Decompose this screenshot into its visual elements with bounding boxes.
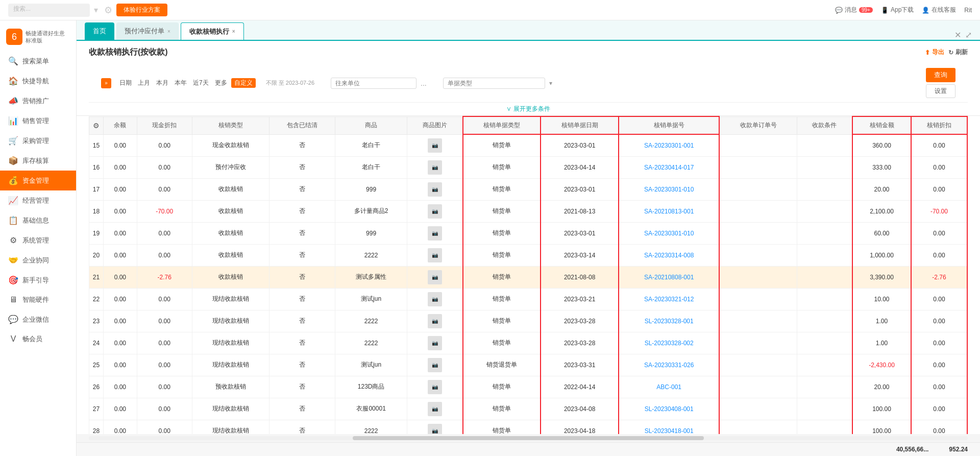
sidebar-item-finance[interactable]: 💰 资金管理 [0,171,76,190]
settings-icon[interactable]: ⚙ [104,5,112,16]
msg-area[interactable]: 💬 消息 99+ [835,6,873,14]
sidebar-item-search[interactable]: 🔍 搜索菜单 [0,51,76,71]
sidebar-item-member[interactable]: V 畅会员 [0,329,76,349]
tab-home[interactable]: 首页 [85,22,114,40]
cell-verify-bill-no[interactable]: SA-20230331-026 [619,354,720,376]
date-last-month-btn[interactable]: 上月 [136,78,152,88]
cell-verify-bill-no[interactable]: SA-20230301-010 [619,178,720,200]
cell-verify-bill-no[interactable]: SA-20230321-012 [619,288,720,310]
cell-goods-image: 📷 [407,134,463,156]
sidebar-item-hardware[interactable]: 🖥 智能硬件 [0,290,76,309]
verify-bill-link[interactable]: SA-20230321-012 [644,296,694,303]
cell-cash-discount: 0.00 [137,134,192,156]
verify-bill-link[interactable]: SA-20230301-001 [644,142,694,149]
date-this-month-btn[interactable]: 本月 [154,78,170,88]
close-window-icon[interactable]: ✕ [954,30,961,40]
cell-receipt-order-no [719,332,797,354]
sidebar-item-guide[interactable]: 🎯 新手引导 [0,270,76,290]
finance-icon: 💰 [8,176,18,185]
tab-verify-close[interactable]: × [232,29,235,34]
cell-verify-bill-type: 销货单 [463,376,541,398]
online-service[interactable]: 👤 在线客服 [922,6,956,14]
download-icon: 📱 [881,7,889,14]
verify-bill-link[interactable]: SA-20210813-001 [644,208,694,215]
user-name[interactable]: Rit [964,7,972,14]
counterpart-input[interactable] [331,78,416,89]
msg-badge: 99+ [859,7,873,13]
query-btn[interactable]: 查询 [926,68,955,82]
cell-cash-discount: 0.00 [137,376,192,398]
verify-bill-link[interactable]: SA-20230414-017 [644,164,694,171]
cell-verify-bill-no[interactable]: SA-20230301-001 [619,134,720,156]
table-container[interactable]: ⚙ 余额 现金折扣 核销类型 包含已结清 商品 商品图片 核销单据类型 核销单据… [77,116,980,434]
verify-bill-link[interactable]: SA-20210808-001 [644,274,694,281]
table-header: ⚙ 余额 现金折扣 核销类型 包含已结清 商品 商品图片 核销单据类型 核销单据… [89,116,968,134]
verify-bill-link[interactable]: SL-20230328-002 [645,340,694,347]
cell-verify-bill-no[interactable]: SL-20230328-001 [619,310,720,332]
cell-included-cleared: 否 [269,134,335,156]
verify-bill-link[interactable]: SA-20230301-010 [644,186,694,193]
verify-bill-link[interactable]: ABC-001 [656,383,681,391]
sidebar-item-marketing[interactable]: 📣 营销推广 [0,91,76,111]
cell-verify-bill-no[interactable]: SA-20210813-001 [619,200,720,222]
cell-verify-amount: 333.00 [852,156,911,178]
th-settings[interactable]: ⚙ [89,116,104,134]
cell-goods: 测试jun [335,354,407,376]
verify-bill-link[interactable]: SA-20230331-026 [644,362,694,369]
sidebar-item-system[interactable]: ⚙ 系统管理 [0,230,76,250]
cell-verify-amount: 100.00 [852,398,911,420]
sidebar-item-nav[interactable]: 🏠 快捷导航 [0,71,76,91]
order-type-input[interactable] [443,78,545,89]
cell-verify-bill-no[interactable]: SA-20210808-001 [619,266,720,288]
verify-bill-link[interactable]: SL-20230408-001 [645,405,694,413]
settings-btn[interactable]: 设置 [926,84,955,98]
cell-verify-bill-no[interactable]: SA-20230414-017 [619,156,720,178]
cell-included-cleared: 否 [269,266,335,288]
tab-verify[interactable]: 收款核销执行 × [181,22,244,40]
cell-verify-bill-no[interactable]: SL-20230408-001 [619,398,720,420]
refresh-btn[interactable]: ↻ 刷新 [948,48,968,57]
sidebar-item-basics[interactable]: 📋 基础信息 [0,210,76,230]
sidebar-item-collab[interactable]: 🤝 企业协同 [0,250,76,270]
verify-bill-link[interactable]: SA-20230301-010 [644,230,694,237]
verify-bill-link[interactable]: SL-20230418-001 [645,427,694,435]
sidebar-item-inventory[interactable]: 📦 库存核算 [0,151,76,171]
filter-expand-btn[interactable]: » [101,78,111,88]
cell-verify-bill-no[interactable]: SL-20230418-001 [619,420,720,434]
cell-verify-bill-no[interactable]: SA-20230301-010 [619,222,720,244]
counterpart-dots[interactable]: ... [421,79,427,87]
export-btn[interactable]: ⬆ 导出 [925,48,944,57]
settings-col-icon[interactable]: ⚙ [93,122,100,130]
scrollbar[interactable] [89,436,968,440]
verify-bill-link[interactable]: SL-20230328-001 [645,318,694,325]
cell-verify-bill-no[interactable]: SL-20230328-002 [619,332,720,354]
refresh-icon: ↻ [948,49,953,56]
cell-verify-amount: 60.00 [852,222,911,244]
top-search-input[interactable]: 搜索... [8,4,90,17]
sidebar-item-purchase[interactable]: 🛒 采购管理 [0,131,76,151]
app-download[interactable]: 📱 App下载 [881,6,914,14]
tab-prepay-close[interactable]: × [167,29,170,34]
date-7days-btn[interactable]: 近7天 [191,78,211,88]
cell-verify-bill-no[interactable]: SA-20230314-008 [619,244,720,266]
expand-more-btn[interactable]: ∨ 展开更多条件 [89,105,968,113]
date-more-btn[interactable]: 更多 [213,78,229,88]
table-row: 19 0.00 0.00 收款核销 否 999 📷 销货单 2023-03-01… [89,222,968,244]
date-this-year-btn[interactable]: 本年 [173,78,189,88]
sidebar-item-operations[interactable]: 📈 经营管理 [0,190,76,210]
verify-bill-link[interactable]: SA-20230314-008 [644,252,694,259]
order-type-dropdown-icon[interactable]: ▾ [549,80,552,87]
sidebar-item-sales[interactable]: 📊 销售管理 [0,111,76,131]
cell-verify-discount: 0.00 [911,222,967,244]
sidebar: 6 畅捷通谱好生意标准版 🔍 搜索菜单 🏠 快捷导航 📣 营销推广 📊 销售管理… [0,20,77,456]
filter-actions: 查询 设置 [926,68,955,98]
maximize-icon[interactable]: ⤢ [965,30,972,40]
dropdown-icon[interactable]: ▾ [94,5,98,15]
sidebar-item-weixin[interactable]: 💬 企业微信 [0,309,76,329]
scrollbar-thumb[interactable] [353,436,704,440]
industry-btn[interactable]: 体验行业方案 [116,4,167,16]
cell-verify-bill-no[interactable]: ABC-001 [619,376,720,398]
tab-prepay[interactable]: 预付冲应付单 × [116,22,179,40]
date-custom-btn[interactable]: 自定义 [231,78,256,88]
cell-receipt-condition [797,376,852,398]
